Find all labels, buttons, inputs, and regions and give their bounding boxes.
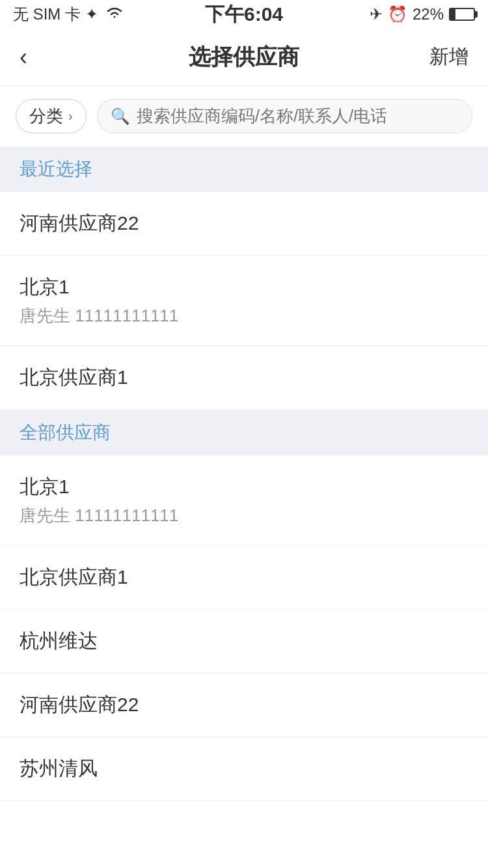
status-right: ✈ ⏰ 22%: [370, 5, 475, 23]
status-bar: 无 SIM 卡 ✦ 下午6:04 ✈ ⏰ 22%: [0, 0, 488, 29]
sim-status: 无 SIM 卡 ✦: [13, 4, 98, 25]
filter-bar: 分类 › 🔍: [0, 86, 488, 146]
chevron-right-icon: ›: [68, 109, 73, 124]
search-icon: 🔍: [111, 107, 130, 126]
list-item[interactable]: 苏州清风: [0, 737, 488, 801]
section-header-all: 全部供应商: [0, 410, 488, 455]
search-box: 🔍: [97, 99, 472, 133]
wifi-icon: [105, 5, 124, 23]
category-label: 分类: [29, 105, 63, 128]
supplier-name: 河南供应商22: [20, 210, 468, 237]
supplier-name: 河南供应商22: [20, 692, 468, 718]
list-item[interactable]: 北京供应商1: [0, 346, 488, 410]
supplier-name: 苏州清风: [20, 755, 468, 782]
status-time: 下午6:04: [205, 1, 283, 28]
search-input[interactable]: [137, 106, 459, 126]
list-item[interactable]: 北京1唐先生 11111111111: [0, 256, 488, 346]
supplier-name: 杭州维达: [20, 628, 468, 655]
category-filter[interactable]: 分类 ›: [16, 99, 87, 133]
supplier-contact: 唐先生 11111111111: [20, 305, 468, 327]
supplier-name: 北京1: [20, 474, 468, 500]
list-item[interactable]: 北京1唐先生 11111111111: [0, 455, 488, 546]
location-icon: ✈: [370, 5, 383, 23]
back-button[interactable]: ‹: [20, 44, 59, 71]
supplier-list: 最近选择河南供应商22北京1唐先生 11111111111北京供应商1全部供应商…: [0, 146, 488, 801]
nav-bar: ‹ 选择供应商 新增: [0, 29, 488, 86]
list-item[interactable]: 北京供应商1: [0, 546, 488, 610]
add-button[interactable]: 新增: [429, 44, 468, 70]
battery-icon: [449, 8, 475, 21]
alarm-icon: ⏰: [388, 5, 407, 23]
list-item[interactable]: 河南供应商22: [0, 673, 488, 737]
status-left: 无 SIM 卡 ✦: [13, 4, 124, 25]
page-title: 选择供应商: [189, 42, 299, 72]
battery-percent: 22%: [413, 5, 444, 23]
supplier-name: 北京供应商1: [20, 364, 468, 391]
supplier-name: 北京1: [20, 274, 468, 301]
list-item[interactable]: 杭州维达: [0, 610, 488, 673]
supplier-contact: 唐先生 11111111111: [20, 504, 468, 527]
list-item[interactable]: 河南供应商22: [0, 192, 488, 256]
supplier-name: 北京供应商1: [20, 564, 468, 591]
section-header-recent: 最近选择: [0, 146, 488, 192]
